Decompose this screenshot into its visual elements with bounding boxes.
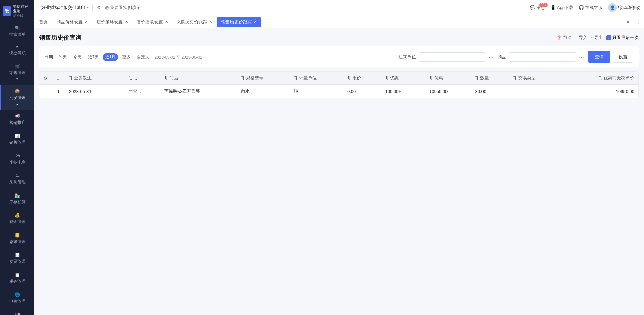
sidebar-item-label: 快捷导航 <box>9 50 26 56</box>
sidebar-item-wholesale[interactable]: 📦 批发管理 ▴ <box>0 85 34 110</box>
tab-home[interactable]: 首页 <box>35 17 52 27</box>
col-header-discount1[interactable]: ⇅ 优惠... <box>381 72 426 85</box>
date-custom-btn[interactable]: 自定义 <box>134 53 152 61</box>
window-collapse-button[interactable]: ✕ <box>624 19 631 25</box>
col-header-discount2[interactable]: ⇅ 优惠... <box>425 72 471 85</box>
date-last1m-btn[interactable]: 近1月 <box>103 53 118 61</box>
sidebar-item-label: 电商管理 <box>9 299 26 304</box>
col-header-spec[interactable]: ⇅ 规格型号 <box>237 72 290 85</box>
sidebar-item-inventory[interactable]: 🏪 库存核算 <box>0 189 34 209</box>
assets-icon: 🏭 <box>15 312 20 315</box>
topbar-right: 💬 消息 99+ 📱 App下载 🎧 在线客服 👤 徐泽华修改 <box>530 3 640 12</box>
help-button[interactable]: ❓ 帮助 <box>556 35 572 41</box>
cell-discount1: 100.00% <box>381 85 426 98</box>
sidebar-item-label: 发票管理 <box>9 259 26 265</box>
sidebar-item-tax[interactable]: 📋 税务管理 <box>0 269 34 288</box>
settings-button[interactable]: 设置 <box>613 51 633 63</box>
date-more-btn[interactable]: 更多 <box>119 53 133 61</box>
app-download-button[interactable]: 📱 App下载 <box>550 5 573 11</box>
online-service-button[interactable]: 🎧 在线客服 <box>579 5 603 11</box>
tab-close-icon[interactable]: ✕ <box>85 20 88 24</box>
cell-gear <box>39 85 51 98</box>
cell-unit: 吨 <box>290 85 343 98</box>
product-more-icon[interactable]: ··· <box>579 54 584 60</box>
product-input[interactable] <box>509 53 576 62</box>
demo-label: 我要看实例演示 <box>110 5 141 11</box>
tab-close-icon[interactable]: ✕ <box>209 20 212 24</box>
logo-sub: 标准版 <box>13 14 31 19</box>
inventory-icon: 🏪 <box>15 193 20 198</box>
col-label: 优惠... <box>434 75 447 80</box>
tab-product-price[interactable]: 商品价格设置 ✕ <box>52 17 92 27</box>
date-filter-buttons: 昨天 今天 近7天 近1月 更多 自定义 <box>56 53 152 61</box>
sidebar-item-ecommerce-small[interactable]: 🛍 小畅电商 <box>0 149 34 169</box>
export-button[interactable]: ↑ 导出 <box>591 35 603 41</box>
cell-quantity: 30.00 <box>471 85 509 98</box>
sidebar-item-ledger[interactable]: 📒 总账管理 <box>0 229 34 249</box>
col-header-quantity[interactable]: ⇅ 数量 <box>471 72 509 85</box>
col-header-gear[interactable]: ⚙ <box>39 72 51 85</box>
message-badge: 99+ <box>539 3 548 7</box>
sidebar-item-retail[interactable]: 🛒 零售管理 ▾ <box>0 60 34 85</box>
checkmark-icon: ✓ <box>607 36 610 40</box>
col-header-product[interactable]: ⇅ 商品 <box>160 72 237 85</box>
user-menu-button[interactable]: 👤 徐泽华修改 <box>608 3 640 12</box>
sidebar-item-purchase[interactable]: 🗂 采购管理 <box>0 169 34 189</box>
tab-close-icon[interactable]: ✕ <box>165 20 168 24</box>
import-label: 导入 <box>579 35 587 41</box>
sidebar-item-ecommerce[interactable]: 🌐 电商管理 <box>0 288 34 308</box>
sidebar-item-sales-mgmt[interactable]: 📊 销售管理 <box>0 130 34 149</box>
tab-close-icon[interactable]: ✕ <box>125 20 128 24</box>
col-header-unit[interactable]: ⇅ 计量单位 <box>290 72 343 85</box>
filter-area: 日期 昨天 今天 近7天 近1月 更多 自定义 2023-05-02 至 202… <box>39 46 639 67</box>
page-title: 销售历史价查询 <box>39 34 81 42</box>
cell-product: 丙烯酸-2-乙基己酯 <box>160 85 237 98</box>
marketing-icon: 📢 <box>15 114 20 118</box>
col-header-trade-type[interactable]: ⇅ 交易类型 <box>509 72 562 85</box>
date-today-btn[interactable]: 今天 <box>71 53 84 61</box>
sort-icon: ⇅ <box>513 75 517 80</box>
window-expand-button[interactable]: ⛶ <box>633 19 640 25</box>
sidebar-item-marketing[interactable]: 📢 营销推广 <box>0 110 34 130</box>
checkbox-checked-icon: ✓ <box>606 35 611 40</box>
sidebar-item-quick-nav[interactable]: ★ 快捷导航 <box>0 40 34 60</box>
demo-button[interactable]: ◎ 我要看实例演示 <box>105 5 141 11</box>
product-select-dropdown[interactable]: 好业财标准版交付试用 ▾ <box>38 3 93 12</box>
source-unit-input[interactable] <box>419 53 486 62</box>
sidebar-item-label: 搜索菜单 <box>9 32 26 37</box>
topbar-gear-button[interactable]: ⚙ <box>97 5 101 11</box>
col-header-more[interactable]: ⇅ ... <box>124 72 160 85</box>
only-last-checkbox[interactable]: ✓ 只看最后一次 <box>606 35 639 41</box>
sidebar-item-label: 库存核算 <box>9 199 26 205</box>
date-filter-row: 日期 昨天 今天 近7天 近1月 更多 自定义 2023-05-02 至 202… <box>44 53 202 61</box>
source-unit-more-icon[interactable]: ··· <box>489 54 494 60</box>
sort-icon: ⇅ <box>69 75 73 80</box>
sidebar-item-label: 销售管理 <box>9 140 26 145</box>
date-yesterday-btn[interactable]: 昨天 <box>56 53 69 61</box>
col-header-biz-date[interactable]: ⇅ 业务发生... <box>65 72 124 85</box>
tab-label: 首页 <box>39 19 48 25</box>
sidebar-item-search[interactable]: 🔍 搜索菜单 <box>0 23 34 40</box>
query-button[interactable]: 查询 <box>588 51 610 63</box>
logo-name: 畅捷通好业财 <box>13 4 31 14</box>
tab-purchase-history[interactable]: 采购历史价跟踪 ✕ <box>173 17 216 27</box>
export-label: 导出 <box>594 35 603 41</box>
table-row: 1 2023-05-31 华查... 丙烯酸-2-乙基己酯 散水 吨 0.00 … <box>39 85 638 98</box>
tab-price-strategy[interactable]: 进价策略设置 ✕ <box>93 17 132 27</box>
message-button[interactable]: 💬 消息 99+ <box>530 5 545 11</box>
import-button[interactable]: ↓ 导入 <box>575 35 587 41</box>
col-header-price[interactable]: ⇅ 报价 <box>343 72 381 85</box>
tab-close-icon[interactable]: ✕ <box>254 20 257 24</box>
ecommerce-small-icon: 🛍 <box>15 153 20 158</box>
sidebar-item-finance[interactable]: 💰 资金管理 <box>0 209 34 229</box>
wholesale-icon: 📦 <box>15 89 20 94</box>
col-label: 商品 <box>169 75 178 80</box>
sort-icon: ⇅ <box>164 75 168 80</box>
sidebar-item-invoice[interactable]: 🧾 发票管理 <box>0 249 34 269</box>
date-last7-btn[interactable]: 近7天 <box>85 53 101 61</box>
sidebar-item-assets[interactable]: 🏭 固定资产 <box>0 308 34 315</box>
gear-icon: ⚙ <box>97 5 101 10</box>
tab-sale-price-extract[interactable]: 售价提取设置 ✕ <box>133 17 172 27</box>
tab-sale-history[interactable]: 销售历史价跟踪 ✕ <box>217 17 261 27</box>
col-header-pretax-price[interactable]: ⇅ 优惠前无税单价 <box>562 72 638 85</box>
